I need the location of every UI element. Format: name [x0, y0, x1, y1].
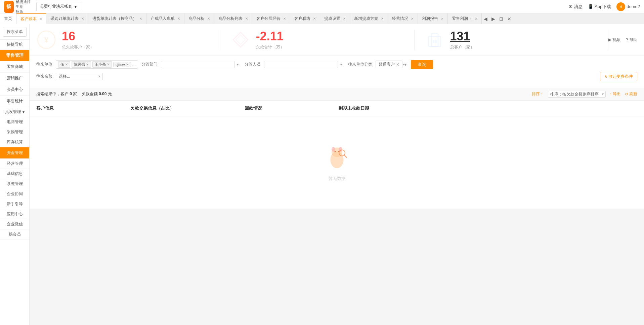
sidebar-item-vip[interactable]: 畅会员 [0, 229, 29, 240]
sidebar-item-app-center[interactable]: 应用中心 [0, 209, 29, 219]
total-customers-label: 总客户（家） [450, 44, 474, 50]
tab-reminder-settings[interactable]: 提成设置 ✕ [320, 13, 350, 24]
remove-tag-wangxiaoliang[interactable]: ✕ [107, 63, 110, 66]
account-selector[interactable]: 母婴行业演示帐套 ▼ [36, 2, 81, 11]
close-tab-retail-profit[interactable]: ✕ [475, 17, 477, 21]
filter-area: 往来单位 佤 ✕ 陈民强 ✕ 王小亮 ✕ cjttcw [30, 56, 644, 88]
close-tab-customer-book[interactable]: ✕ [39, 17, 42, 21]
remove-tag-wa[interactable]: ✕ [65, 63, 68, 66]
col-customer-info: 客户信息 [36, 104, 130, 113]
sidebar-item-inventory[interactable]: 库存核算 [0, 137, 29, 147]
close-tab-profit-report[interactable]: ✕ [441, 17, 443, 21]
search-menu-btn[interactable]: 搜索菜单 [3, 27, 27, 37]
tab-home[interactable]: 首页 [0, 13, 16, 24]
sidebar-item-retail-mall[interactable]: 零售商城 [0, 61, 29, 73]
close-tab-reminder-settings[interactable]: ✕ [343, 17, 346, 21]
col-collection: 回款情况 [245, 104, 339, 113]
close-tab-purchase-stats[interactable]: ✕ [139, 17, 142, 21]
person-dots[interactable]: ··· [338, 62, 345, 67]
remove-tag-cjttcw[interactable]: ✕ [126, 63, 129, 66]
svg-point-12 [332, 147, 335, 151]
sidebar-item-retail[interactable]: 零售管理 [0, 50, 29, 61]
filter-row-1: 往来单位 佤 ✕ 陈民强 ✕ 王小亮 ✕ cjttcw [36, 60, 637, 69]
person-input[interactable] [264, 61, 338, 68]
credit-customers-number: 16 [62, 30, 94, 43]
sidebar-item-ecommerce[interactable]: 电商管理 [0, 117, 29, 127]
col-overdue-date: 到期未收款日期 [339, 104, 637, 113]
tab-scroll-left[interactable]: ◀ [482, 16, 489, 22]
query-button[interactable]: 查询 [411, 60, 433, 69]
tab-operations[interactable]: 经营情况 ✕ [388, 13, 418, 24]
sidebar-item-member[interactable]: 会员中心 [0, 84, 29, 96]
unit-classify-wrap[interactable]: 普通客户 ✕ ▼ [376, 61, 407, 68]
dept-select-wrap: ··· [161, 61, 242, 68]
tab-retail-profit[interactable]: 零售利润（ ✕ [448, 13, 482, 24]
user-menu[interactable]: d demo2 [616, 2, 640, 11]
sidebar-item-marketing[interactable]: 营销推广 [0, 73, 29, 84]
sidebar-item-basic[interactable]: 基础信息 [0, 169, 29, 179]
message-btn[interactable]: ✉ 消息 [569, 4, 583, 10]
person-label: 分管人员 [245, 62, 261, 67]
close-tab-customer-contact[interactable]: ✕ [313, 17, 316, 21]
yuan-icon: ¥ [36, 30, 56, 50]
sidebar: 搜索菜单 快捷导航 零售管理 零售商城 营销推广 会员中心 零售统计 批发管理 … [0, 24, 30, 325]
sidebar-item-quick-nav[interactable]: 快捷导航 [0, 40, 29, 50]
unit-tag-group[interactable]: 佤 ✕ 陈民强 ✕ 王小亮 ✕ cjttcw ✕ ... [56, 60, 138, 69]
close-tab-product-analysis[interactable]: ✕ [207, 17, 210, 21]
balance-select-wrap[interactable]: 选择... [56, 73, 103, 80]
remove-customer-type[interactable]: ✕ [396, 62, 399, 67]
close-tab-new-reminder[interactable]: ✕ [381, 17, 384, 21]
close-tab-product-input[interactable]: ✕ [177, 17, 180, 21]
diamond-icon [230, 30, 251, 50]
sidebar-item-wechat[interactable]: 企业微信 [0, 219, 29, 229]
tab-customer-tier[interactable]: 客户分层经营 ✕ [252, 13, 290, 24]
close-tab-customer-tier[interactable]: ✕ [283, 17, 286, 21]
tab-customer-contact[interactable]: 客户联络 ✕ [290, 13, 320, 24]
dept-input[interactable] [161, 61, 235, 68]
sidebar-item-system[interactable]: 系统管理 [0, 179, 29, 189]
app-download-btn[interactable]: 📱 App下载 [588, 4, 611, 10]
sidebar-item-retail-stats[interactable]: 零售统计 [0, 96, 29, 107]
message-icon: ✉ [569, 4, 572, 9]
tab-product-analysis-list[interactable]: 商品分析列表 ✕ [214, 13, 252, 24]
tab-new-reminder[interactable]: 新增提成方案 ✕ [350, 13, 388, 24]
sidebar-item-enterprise[interactable]: 企业协同 [0, 189, 29, 199]
sort-select[interactable]: 排序：按欠款金额倒序排序 [548, 91, 606, 98]
refresh-icon: ↺ [625, 92, 628, 97]
tab-profit-report[interactable]: 利润报告 ✕ [418, 13, 448, 24]
close-tab-operations[interactable]: ✕ [411, 17, 414, 21]
collapse-btn[interactable]: ∧ 收起更多条件 [600, 72, 637, 81]
close-tab-purchase-order[interactable]: ✕ [81, 17, 84, 21]
tab-purchase-stats[interactable]: 进货单统计表（按商品） ✕ [88, 13, 146, 24]
tab-product-analysis[interactable]: 商品分析 ✕ [184, 13, 214, 24]
tab-purchase-order[interactable]: 采购订单统计表 ✕ [46, 13, 88, 24]
sidebar-item-newbie[interactable]: 新手引导 [0, 199, 29, 209]
tab-customer-book[interactable]: 客户账本 ✕ [16, 13, 46, 24]
sidebar-item-ops[interactable]: 经营管理 [0, 159, 29, 169]
svg-rect-7 [435, 40, 437, 43]
dept-dots[interactable]: ··· [235, 62, 242, 67]
sidebar-item-purchase[interactable]: 采购管理 [0, 127, 29, 137]
refresh-btn[interactable]: ↺ 刷新 [625, 91, 637, 97]
tab-close-all[interactable]: ✕ [505, 16, 513, 22]
video-link[interactable]: ▶ 视频 [608, 37, 620, 43]
export-btn[interactable]: ↑ 导出 [610, 91, 621, 97]
tab-product-input[interactable]: 产成品入库单 ✕ [146, 13, 184, 24]
remove-tag-chenminqiang[interactable]: ✕ [86, 63, 89, 66]
balance-select[interactable]: 选择... [56, 73, 103, 80]
close-tab-product-analysis-list[interactable]: ✕ [245, 17, 248, 21]
sidebar-item-wholesale[interactable]: 批发管理 ▾ [0, 107, 29, 117]
content-area: ¥ 16 总欠款客户（家） -2.11 欠款合计（万 [30, 24, 644, 325]
result-info: 搜索结果中，客户 0 家 欠款金额 0.00 元 [36, 91, 112, 97]
help-link[interactable]: ? 帮助 [626, 37, 637, 43]
unit-classify-chevron[interactable]: ▼ [404, 63, 407, 67]
chevron-up-icon: ∧ [604, 74, 607, 79]
credit-total-number: -2.11 [256, 30, 284, 43]
tab-scroll-right[interactable]: ▶ [489, 16, 497, 22]
sidebar-item-finance[interactable]: 资金管理 [0, 147, 29, 159]
tab-restore[interactable]: ⊡ [497, 16, 505, 22]
unit-tags-more[interactable]: ... [132, 62, 136, 67]
main-layout: 搜索菜单 快捷导航 零售管理 零售商城 营销推广 会员中心 零售统计 批发管理 … [0, 24, 644, 325]
result-bar: 搜索结果中，客户 0 家 欠款金额 0.00 元 排序： 排序：按欠款金额倒序排… [30, 88, 644, 101]
logo-area: 畅 畅捷通好生意 标版 [4, 0, 34, 14]
